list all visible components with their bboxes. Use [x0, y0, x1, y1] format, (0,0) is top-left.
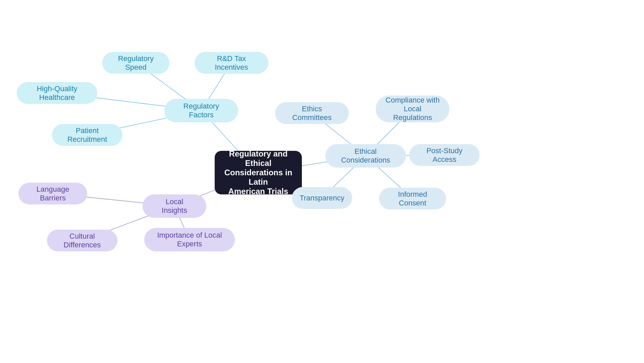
node-label-informed_consent: Informed Consent [388, 190, 437, 207]
node-high_quality: High-Quality Healthcare [17, 82, 97, 104]
node-label-compliance_local: Compliance with Local Regulations [385, 96, 440, 122]
node-rd_tax: R&D Tax Incentives [195, 52, 268, 74]
node-label-importance_local: Importance of Local Experts [154, 231, 225, 248]
node-label-center: Regulatory and Ethical Considerations in… [224, 149, 292, 196]
node-ethical_considerations: Ethical Considerations [325, 144, 406, 168]
node-label-local_insights: Local Insights [152, 197, 197, 215]
node-label-regulatory_factors: Regulatory Factors [174, 102, 229, 119]
node-transparency: Transparency [292, 187, 352, 209]
node-label-patient_recruitment: Patient Recruitment [61, 126, 113, 144]
node-cultural_differences: Cultural Differences [47, 230, 117, 251]
node-label-regulatory_speed: Regulatory Speed [112, 54, 160, 72]
node-center: Regulatory and Ethical Considerations in… [215, 151, 302, 194]
node-importance_local: Importance of Local Experts [144, 228, 235, 251]
node-label-high_quality: High-Quality Healthcare [26, 84, 88, 102]
node-label-language_barriers: Language Barriers [28, 185, 78, 202]
connections-svg [0, 0, 644, 363]
mindmap-container: Regulatory and Ethical Considerations in… [0, 0, 644, 363]
node-regulatory_factors: Regulatory Factors [164, 99, 238, 122]
node-ethics_committees: Ethics Committees [275, 102, 349, 124]
node-label-ethics_committees: Ethics Committees [284, 105, 339, 122]
node-regulatory_speed: Regulatory Speed [102, 52, 169, 74]
node-label-rd_tax: R&D Tax Incentives [204, 54, 259, 72]
node-compliance_local: Compliance with Local Regulations [376, 96, 449, 122]
node-label-transparency: Transparency [300, 194, 344, 202]
node-label-ethical_considerations: Ethical Considerations [335, 147, 396, 165]
node-label-cultural_differences: Cultural Differences [56, 232, 108, 249]
node-language_barriers: Language Barriers [18, 183, 87, 204]
node-informed_consent: Informed Consent [379, 188, 446, 209]
node-local_insights: Local Insights [143, 194, 206, 218]
node-patient_recruitment: Patient Recruitment [52, 124, 122, 146]
node-post_study: Post-Study Access [409, 144, 480, 166]
node-label-post_study: Post-Study Access [419, 146, 470, 164]
